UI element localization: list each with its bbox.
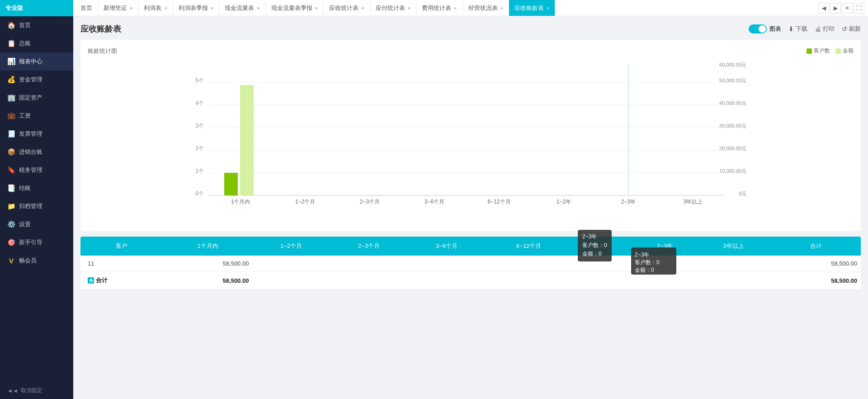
tab-next-button[interactable]: ▶ xyxy=(830,3,841,14)
sidebar-item-reports[interactable]: 📊 报表中心 xyxy=(0,52,73,71)
tab-navigation: ◀ ▶ ✕ ⛶ xyxy=(818,3,866,14)
download-icon: ⬇ xyxy=(788,25,794,33)
close-icon[interactable]: × xyxy=(500,5,503,11)
tab-ar-aging[interactable]: 应收账龄表 × xyxy=(509,0,555,16)
tab-profit[interactable]: 利润表 × xyxy=(138,0,173,16)
header-actions: 图表 ⬇ 下载 🖨 打印 ↺ 刷新 xyxy=(749,24,861,33)
close-icon[interactable]: × xyxy=(164,5,167,11)
tab-label: 利润表季报 xyxy=(179,4,208,12)
sales-icon: 📦 xyxy=(7,148,15,156)
tab-expand-button[interactable]: ⛶ xyxy=(854,3,864,14)
table-header-row: 客户 1个月内 1~2个月 2~3个月 3~6个月 6~12个月 1~2年 2~… xyxy=(80,237,861,256)
sidebar-item-tax[interactable]: 🔖 税务管理 xyxy=(0,161,73,179)
table-row: 11 58,500.00 58,500.00 xyxy=(80,256,861,272)
ledger-icon: 📋 xyxy=(7,39,15,48)
funds-icon: 💰 xyxy=(7,76,15,84)
tax-icon: 🔖 xyxy=(7,166,15,174)
sidebar-item-closing[interactable]: 📑 结账 xyxy=(0,179,73,197)
chart-legend: 客户数 金额 xyxy=(807,47,854,55)
col-month612: 6~12个月 xyxy=(486,237,572,256)
sidebar-item-vip[interactable]: V 畅会员 xyxy=(0,252,73,270)
print-label: 打印 xyxy=(823,25,835,33)
refresh-label: 刷新 xyxy=(849,25,861,33)
tooltip-amount-text: 金额：0 xyxy=(582,250,607,258)
chart-tooltip: 2~3年 客户数：0 金额：0 xyxy=(631,247,676,275)
tab-profit-season[interactable]: 利润表季报 × xyxy=(173,0,219,16)
sidebar-item-salary[interactable]: 💼 工资 xyxy=(0,107,73,125)
close-icon[interactable]: × xyxy=(211,5,213,11)
print-icon: 🖨 xyxy=(815,25,821,33)
sidebar-item-label: 资金管理 xyxy=(19,76,42,84)
sidebar-item-label: 畅会员 xyxy=(19,256,37,265)
chart-toggle[interactable] xyxy=(749,24,767,33)
sidebar-item-fixed-assets[interactable]: 🏢 固定资产 xyxy=(0,89,73,107)
sidebar-item-general-ledger[interactable]: 📋 总账 xyxy=(0,34,73,52)
close-icon[interactable]: × xyxy=(257,5,259,11)
tab-cash-flow-season[interactable]: 现金流量表季报 × xyxy=(266,0,324,16)
tab-ap-stat[interactable]: 应付统计表 × xyxy=(370,0,416,16)
tooltip-count-text: 客户数：0 xyxy=(582,241,607,250)
total-year12 xyxy=(572,272,634,290)
col-month36: 3~6个月 xyxy=(408,237,486,256)
tab-home[interactable]: 首页 xyxy=(75,0,98,16)
sidebar-item-archive[interactable]: 📁 归档管理 xyxy=(0,197,73,215)
tab-ar-stat[interactable]: 应收统计表 × xyxy=(324,0,370,16)
col-customer: 客户 xyxy=(80,237,163,256)
close-icon[interactable]: × xyxy=(361,5,364,11)
close-icon[interactable]: × xyxy=(454,5,457,11)
home-icon: 🏠 xyxy=(7,21,15,29)
close-icon[interactable]: × xyxy=(408,5,410,11)
sidebar-item-sales-ledger[interactable]: 📦 进销台账 xyxy=(0,143,73,161)
x-label-5: 1~2年 xyxy=(557,199,571,205)
sidebar-item-settings[interactable]: ⚙️ 设置 xyxy=(0,215,73,233)
download-button[interactable]: ⬇ 下载 xyxy=(788,25,807,33)
reports-icon: 📊 xyxy=(7,57,15,66)
y-label-5: 5个 xyxy=(195,77,204,84)
pin-label: 取消固定 xyxy=(21,387,42,394)
sidebar-item-label: 税务管理 xyxy=(19,166,42,174)
x-label-2: 2~3个月 xyxy=(360,199,380,205)
tab-label: 现金流量表季报 xyxy=(271,4,312,12)
y-label-3: 3个 xyxy=(195,123,204,129)
y-label-0: 0个 xyxy=(195,190,204,197)
tab-label: 应收统计表 xyxy=(329,4,359,12)
tab-close-button[interactable]: ✕ xyxy=(842,3,853,14)
sidebar-item-label: 工资 xyxy=(19,112,31,120)
close-icon[interactable]: × xyxy=(315,5,318,11)
chart-title: 账龄统计图 xyxy=(88,47,854,55)
x-label-6: 2~3年 xyxy=(621,199,636,205)
total-total: 58,500.00 xyxy=(771,272,861,290)
tab-prev-button[interactable]: ◀ xyxy=(818,3,829,14)
col-month12: 1~2个月 xyxy=(252,237,330,256)
tab-business-stat[interactable]: 经营状况表 × xyxy=(463,0,509,16)
refresh-button[interactable]: ↺ 刷新 xyxy=(842,25,861,33)
data-table: 客户 1个月内 1~2个月 2~3个月 3~6个月 6~12个月 1~2年 2~… xyxy=(80,237,861,290)
sidebar-item-home[interactable]: 🏠 首页 xyxy=(0,16,73,34)
sidebar-item-guide[interactable]: 🎯 新手引导 xyxy=(0,233,73,252)
sidebar-item-label: 报表中心 xyxy=(19,57,42,66)
cell-month36 xyxy=(408,256,486,272)
sidebar-item-label: 总账 xyxy=(19,39,31,48)
table-container: 客户 1个月内 1~2个月 2~3个月 3~6个月 6~12个月 1~2年 2~… xyxy=(80,237,861,290)
sidebar-item-invoice[interactable]: 🧾 发票管理 xyxy=(0,125,73,143)
sidebar-item-funds[interactable]: 💰 资金管理 xyxy=(0,71,73,89)
print-button[interactable]: 🖨 打印 xyxy=(815,25,835,33)
close-icon[interactable]: × xyxy=(130,5,132,11)
tab-cash-flow[interactable]: 现金流量表 × xyxy=(219,0,265,16)
sidebar-item-label: 首页 xyxy=(19,21,31,29)
tab-label: 利润表 xyxy=(144,4,161,12)
chart-container: 账龄统计图 客户数 金额 0个 1个 2个 3个 4个 5个 xyxy=(80,40,861,231)
close-icon[interactable]: × xyxy=(547,5,549,11)
col-year3plus: 3年以上 xyxy=(696,237,771,256)
tab-expense-stat[interactable]: 费用统计表 × xyxy=(416,0,462,16)
tab-new-voucher[interactable]: 新增凭证 × xyxy=(98,0,138,16)
invoice-icon: 🧾 xyxy=(7,130,15,138)
download-label: 下载 xyxy=(796,25,807,33)
x-label-4: 6~12个月 xyxy=(487,199,510,205)
legend-dot-amount xyxy=(835,48,841,54)
total-icon: 合 xyxy=(88,277,94,284)
col-month1: 1个月内 xyxy=(163,237,252,256)
tab-label: 应收账龄表 xyxy=(514,4,544,12)
sidebar-pin-toggle[interactable]: ◄◄ 取消固定 xyxy=(0,382,73,399)
total-year3plus xyxy=(696,272,771,290)
